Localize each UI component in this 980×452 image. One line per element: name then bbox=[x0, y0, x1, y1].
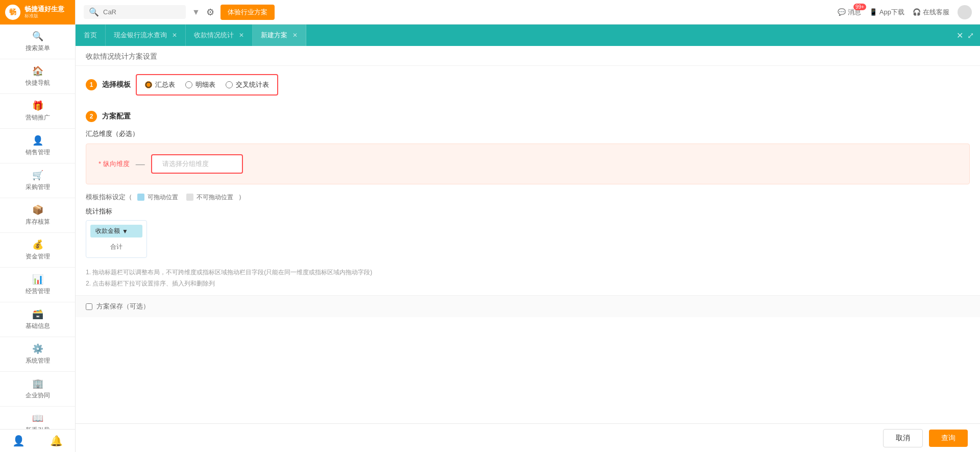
fixed-dot bbox=[186, 194, 193, 201]
metrics-close-paren: ） bbox=[238, 193, 245, 202]
radio-cross-label[interactable]: 交叉统计表 bbox=[236, 80, 269, 89]
tab-home[interactable]: 首页 bbox=[76, 25, 106, 46]
logo-icon: 畅 bbox=[5, 5, 20, 20]
sidebar-item-corp[interactable]: 🏢 企业协同 bbox=[0, 372, 75, 407]
legend-fixed: 不可拖动位置 bbox=[186, 193, 233, 202]
radio-cross-input[interactable] bbox=[226, 81, 233, 88]
metric-tag-label: 收款金额 bbox=[95, 227, 120, 235]
sidebar-item-label: 销售管理 bbox=[26, 148, 50, 157]
save-checkbox[interactable] bbox=[86, 303, 92, 310]
sidebar-item-label: 采购管理 bbox=[26, 183, 50, 192]
dimension-select[interactable]: 请选择分组维度 bbox=[151, 154, 243, 174]
message-icon: 💬 bbox=[838, 8, 846, 16]
tab-collection-stat-label: 收款情况统计 bbox=[194, 31, 234, 40]
operation-icon: 📊 bbox=[32, 274, 43, 285]
gear-icon[interactable]: ⚙ bbox=[206, 7, 214, 18]
online-service-button[interactable]: 🎧 在线客服 bbox=[913, 8, 949, 17]
tab-cashflow-label: 现金银行流水查询 bbox=[114, 31, 167, 40]
content-inner: 收款情况统计方案设置 1 选择模板 汇总表 明细表 bbox=[76, 46, 980, 423]
save-label[interactable]: 方案保存（可选） bbox=[96, 302, 150, 311]
step1-num: 1 bbox=[86, 79, 97, 90]
logo-name: 畅捷通好生意 bbox=[24, 5, 64, 13]
radio-detail-input[interactable] bbox=[185, 81, 192, 88]
guide-icon: 📖 bbox=[32, 413, 43, 424]
vertical-dimension-row: * 纵向维度 — 请选择分组维度 bbox=[99, 154, 957, 174]
tab-close-all-icon[interactable]: ✕ bbox=[957, 31, 963, 40]
template-select-box: 汇总表 明细表 交叉统计表 bbox=[136, 74, 278, 96]
metrics-title-text: 模板指标设定（ bbox=[86, 193, 132, 202]
radio-detail-label[interactable]: 明细表 bbox=[195, 80, 215, 89]
step2-section: 2 方案配置 汇总维度（必选） * 纵向维度 — 请选择分组维度 bbox=[76, 111, 980, 193]
main-area: 🔍 ▼ ⚙ 体验行业方案 💬 消息 99+ 📱 App下载 🎧 在线客服 bbox=[76, 0, 980, 452]
sales-icon: 👤 bbox=[32, 135, 43, 146]
tab-expand-icon[interactable]: ⤢ bbox=[967, 31, 974, 40]
sidebar-item-purchase[interactable]: 🛒 采购管理 bbox=[0, 163, 75, 198]
sidebar-item-quick-nav[interactable]: 🏠 快捷导航 bbox=[0, 59, 75, 94]
sidebar-item-label: 经营管理 bbox=[26, 287, 50, 296]
legend-draggable-label: 可拖动位置 bbox=[148, 193, 178, 202]
step1-section: 1 选择模板 汇总表 明细表 交叉统计表 bbox=[76, 66, 980, 111]
page-title: 收款情况统计方案设置 bbox=[76, 46, 980, 66]
avatar[interactable] bbox=[958, 5, 972, 19]
metrics-legend: 可拖动位置 不可拖动位置 bbox=[137, 193, 233, 202]
query-button[interactable]: 查询 bbox=[929, 430, 968, 447]
search-input[interactable] bbox=[103, 8, 175, 16]
dimension-select-placeholder: 请选择分组维度 bbox=[162, 160, 209, 168]
tab-cashflow[interactable]: 现金银行流水查询 ✕ bbox=[106, 25, 186, 46]
app-download-button[interactable]: 📱 App下载 bbox=[869, 8, 904, 17]
cancel-button[interactable]: 取消 bbox=[883, 429, 923, 447]
arrow-icon: — bbox=[136, 159, 145, 170]
search-box[interactable]: 🔍 bbox=[84, 5, 186, 19]
radio-summary-input[interactable] bbox=[145, 81, 152, 88]
sidebar-item-marketing[interactable]: 🎁 营销推广 bbox=[0, 94, 75, 129]
user-footer-icon[interactable]: 👤 bbox=[12, 435, 25, 447]
radio-summary[interactable]: 汇总表 bbox=[145, 80, 175, 89]
sidebar-item-finance[interactable]: 💰 资金管理 bbox=[0, 233, 75, 268]
tab-new-plan-close[interactable]: ✕ bbox=[292, 32, 298, 39]
legend-fixed-label: 不可拖动位置 bbox=[197, 193, 233, 202]
dimension-area: * 纵向维度 — 请选择分组维度 bbox=[86, 144, 970, 184]
tab-new-plan[interactable]: 新建方案 ✕ bbox=[253, 25, 306, 46]
sidebar-item-system[interactable]: ⚙️ 系统管理 bbox=[0, 337, 75, 372]
sidebar-item-guide[interactable]: 📖 新手引导 bbox=[0, 407, 75, 429]
draggable-dot bbox=[137, 194, 144, 201]
metric-tag-revenue[interactable]: 收款金额 ▼ bbox=[90, 225, 142, 237]
topbar-right: 💬 消息 99+ 📱 App下载 🎧 在线客服 bbox=[838, 5, 972, 19]
radio-cross[interactable]: 交叉统计表 bbox=[226, 80, 269, 89]
tabbar-actions: ✕ ⤢ bbox=[950, 31, 980, 40]
sidebar-item-label: 库存核算 bbox=[26, 218, 50, 226]
topbar: 🔍 ▼ ⚙ 体验行业方案 💬 消息 99+ 📱 App下载 🎧 在线客服 bbox=[76, 0, 980, 25]
tab-collection-stat[interactable]: 收款情况统计 ✕ bbox=[186, 25, 253, 46]
radio-summary-label[interactable]: 汇总表 bbox=[155, 80, 175, 89]
sidebar-item-label: 系统管理 bbox=[26, 356, 50, 365]
sidebar-item-operation[interactable]: 📊 经营管理 bbox=[0, 268, 75, 302]
sidebar-item-label: 资金管理 bbox=[26, 252, 50, 261]
stat-label: 统计指标 bbox=[86, 207, 970, 216]
tab-collection-stat-close[interactable]: ✕ bbox=[239, 32, 244, 39]
vertical-dim-label: * 纵向维度 bbox=[99, 159, 130, 169]
tip-2: 2. 点击标题栏下拉可设置排序、插入列和删除列 bbox=[86, 278, 970, 290]
step1-title: 选择模板 bbox=[102, 80, 131, 89]
sidebar-item-search-menu[interactable]: 🔍 搜索菜单 bbox=[0, 25, 75, 59]
radio-detail[interactable]: 明细表 bbox=[185, 80, 215, 89]
sidebar: 畅 畅捷通好生意 标准版 🔍 搜索菜单 🏠 快捷导航 🎁 营销推广 👤 销售管理… bbox=[0, 0, 76, 452]
sidebar-item-label: 快捷导航 bbox=[26, 79, 50, 87]
finance-icon: 💰 bbox=[32, 239, 43, 250]
tab-new-plan-label: 新建方案 bbox=[261, 31, 287, 40]
tab-cashflow-close[interactable]: ✕ bbox=[172, 32, 177, 39]
search-menu-icon: 🔍 bbox=[32, 31, 43, 42]
quick-nav-icon: 🏠 bbox=[32, 65, 43, 77]
sidebar-item-sales[interactable]: 👤 销售管理 bbox=[0, 129, 75, 163]
industry-solution-button[interactable]: 体验行业方案 bbox=[220, 5, 275, 20]
metrics-header: 模板指标设定（ 可拖动位置 不可拖动位置 ） bbox=[86, 193, 970, 202]
metric-dropdown-icon: ▼ bbox=[122, 228, 128, 235]
service-label: 在线客服 bbox=[923, 8, 949, 17]
dimension-title: 汇总维度（必选） bbox=[86, 129, 970, 138]
dropdown-icon[interactable]: ▼ bbox=[192, 8, 200, 17]
notify-footer-icon[interactable]: 🔔 bbox=[50, 435, 63, 447]
sidebar-item-basic[interactable]: 🗃️ 基础信息 bbox=[0, 302, 75, 337]
config-area: 汇总维度（必选） * 纵向维度 — 请选择分组维度 bbox=[86, 129, 970, 184]
message-button[interactable]: 💬 消息 99+ bbox=[838, 8, 861, 17]
sidebar-item-inventory[interactable]: 📦 库存核算 bbox=[0, 198, 75, 233]
purchase-icon: 🛒 bbox=[32, 170, 43, 181]
